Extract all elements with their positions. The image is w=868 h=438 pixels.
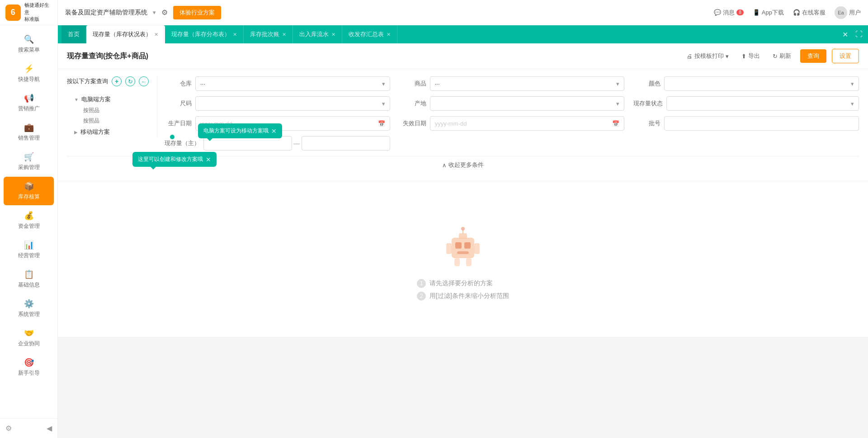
tab-maximize-btn[interactable]: ⛶ [854, 28, 864, 41]
sidebar-item-purchase[interactable]: 🛒 采购管理 [4, 147, 54, 176]
message-icon: 💬 [714, 9, 721, 16]
tab-inventory-distribution-label: 现存量（库存分布表） [171, 30, 230, 38]
system-title: 装备及固定资产辅助管理系统 [65, 9, 147, 17]
warehouse-select[interactable]: ··· ▾ [195, 76, 390, 91]
sidebar-item-enterprise[interactable]: 🤝 企业协同 [4, 324, 54, 352]
sidebar-item-quicknav[interactable]: ⚡ 快捷导航 [4, 59, 54, 88]
sidebar-item-sales[interactable]: 💼 销售管理 [4, 118, 54, 146]
select-arrow-icon: ▾ [616, 100, 619, 107]
tooltip1-close[interactable]: ✕ [271, 127, 277, 135]
refresh-button[interactable]: ↻ 刷新 [769, 50, 795, 62]
expiry-date-label: 失效日期 [399, 119, 426, 127]
tab-inventory-status[interactable]: 现存量（库存状况表） ✕ [86, 25, 165, 43]
filter-add-btn[interactable]: + [112, 76, 122, 86]
select-arrow-icon: ▾ [382, 100, 385, 107]
stock-status-label: 现存量状态 [633, 99, 663, 108]
calendar-icon: 📅 [612, 120, 619, 127]
phone-icon: 📱 [753, 9, 760, 16]
warehouse-label: 仓库 [165, 80, 192, 88]
scheme-panel: 按以下方案查询 + ↻ ← ▼ 电脑端方案 按照品 按照品 [67, 76, 157, 138]
dot-indicator [170, 135, 175, 139]
print-icon: 🖨 [687, 53, 693, 60]
marketing-icon: 📢 [24, 93, 34, 103]
message-button[interactable]: 💬 消息 8 [714, 9, 744, 17]
filter-title: 按以下方案查询 [67, 77, 108, 85]
tooltip2-close[interactable]: ✕ [206, 156, 211, 163]
sales-icon: 💼 [24, 122, 34, 132]
business-icon: 📊 [24, 240, 34, 250]
filter-row-origin: 产地 ▾ [399, 96, 625, 111]
svg-rect-4 [459, 233, 467, 239]
sidebar-item-guide[interactable]: 🎯 新手引导 [4, 353, 54, 381]
logo-icon: 6 [5, 5, 21, 21]
query-button[interactable]: 查询 [800, 49, 826, 63]
sidebar-collapse-btn[interactable]: ◀ [47, 424, 52, 433]
size-label: 尺码 [165, 99, 192, 108]
color-select[interactable]: ▾ [664, 76, 859, 91]
sidebar-item-search[interactable]: 🔍 搜索菜单 [4, 30, 54, 58]
mobile-scheme-item[interactable]: ▶ 移动端方案 [71, 126, 150, 138]
stock-status-select[interactable]: ▾ [666, 96, 859, 111]
user-menu[interactable]: Ea 用户 [835, 6, 861, 19]
tab-batch-account-close[interactable]: ✕ [282, 32, 286, 38]
sidebar-item-marketing[interactable]: 📢 营销推广 [4, 89, 54, 117]
filter-row-warehouse: 仓库 ··· ▾ [165, 76, 390, 91]
topbar-right: 💬 消息 8 📱 App下载 🎧 在线客服 Ea 用户 [714, 6, 861, 19]
purchase-icon: 🛒 [24, 152, 34, 162]
stock-max-input[interactable] [302, 136, 390, 151]
filter-row-size: 尺码 ▾ [165, 96, 390, 111]
batch-input[interactable] [664, 116, 859, 131]
tab-close-all-btn[interactable]: ✕ [840, 28, 850, 41]
tab-receive-summary-close[interactable]: ✕ [387, 32, 391, 38]
tab-batch-account-label: 库存批次账 [250, 30, 279, 38]
sidebar-item-inventory[interactable]: 📦 库存核算 [4, 177, 54, 205]
chevron-down-icon: ▾ [726, 53, 729, 60]
empty-step-2: 2 用[过滤]条件来缩小分析范围 [417, 292, 509, 301]
trial-button[interactable]: 体验行业方案 [173, 6, 221, 19]
tab-inventory-status-close[interactable]: ✕ [154, 32, 158, 38]
main-content: 现存量查询(按仓库+商品) 🖨 按模板打印 ▾ ⬆ 导出 ↻ 刷新 查询 设置 … [58, 43, 868, 438]
sidebar-settings-btn[interactable]: ⚙ [5, 424, 12, 433]
tooltip-desktop-scheme: 电脑方案可设为移动方案哦 ✕ [198, 123, 282, 138]
base-icon: 📋 [24, 269, 34, 279]
tab-batch-account[interactable]: 库存批次账 ✕ [244, 25, 293, 43]
svg-rect-7 [446, 243, 452, 254]
print-button[interactable]: 🖨 按模板打印 ▾ [683, 50, 732, 62]
sidebar-item-base[interactable]: 📋 基础信息 [4, 265, 54, 293]
tab-inout-flow[interactable]: 出入库流水 ✕ [293, 25, 342, 43]
tab-home[interactable]: 首页 [61, 25, 86, 43]
filter-refresh-btn[interactable]: ↻ [125, 76, 135, 86]
svg-point-6 [461, 227, 465, 231]
export-button[interactable]: ⬆ 导出 [738, 50, 764, 62]
expiry-date-input[interactable]: yyyy-mm-dd 📅 [430, 116, 625, 131]
tab-receive-summary-label: 收发存汇总表 [349, 30, 384, 38]
online-service-button[interactable]: 🎧 在线客服 [793, 9, 826, 17]
origin-select[interactable]: ▾ [430, 96, 625, 111]
chevron-down-icon: ▾ [153, 9, 156, 16]
tab-inout-flow-close[interactable]: ✕ [331, 32, 335, 38]
select-arrow-icon: ▾ [616, 80, 619, 87]
expand-arrow-icon: ▼ [74, 97, 79, 102]
sidebar-item-finance[interactable]: 💰 资金管理 [4, 206, 54, 235]
product-label: 商品 [399, 80, 426, 88]
reset-button[interactable]: 设置 [832, 49, 859, 63]
tab-inventory-distribution-close[interactable]: ✕ [233, 32, 237, 38]
sidebar-item-business[interactable]: 📊 经营管理 [4, 235, 54, 264]
prod-date-label: 生产日期 [165, 119, 192, 127]
product-select[interactable]: ··· ▾ [430, 76, 625, 91]
size-select[interactable]: ▾ [195, 96, 390, 111]
desktop-child-1[interactable]: 按照品 [71, 105, 150, 116]
desktop-scheme-item[interactable]: ▼ 电脑端方案 [71, 94, 150, 105]
filter-arrow-btn[interactable]: ← [139, 76, 149, 86]
topbar-settings-icon[interactable]: ⚙ [161, 8, 168, 17]
guide-icon: 🎯 [24, 358, 34, 367]
app-download-button[interactable]: 📱 App下载 [753, 9, 784, 17]
sidebar-item-system[interactable]: ⚙️ 系统管理 [4, 294, 54, 323]
tab-actions: ✕ ⛶ [840, 28, 864, 41]
tab-receive-summary[interactable]: 收发存汇总表 ✕ [342, 25, 397, 43]
tab-inventory-distribution[interactable]: 现存量（库存分布表） ✕ [165, 25, 244, 43]
enterprise-icon: 🤝 [24, 328, 34, 338]
batch-label: 批号 [633, 119, 660, 127]
desktop-child-2[interactable]: 按照品 [71, 116, 150, 126]
svg-rect-3 [457, 251, 469, 254]
